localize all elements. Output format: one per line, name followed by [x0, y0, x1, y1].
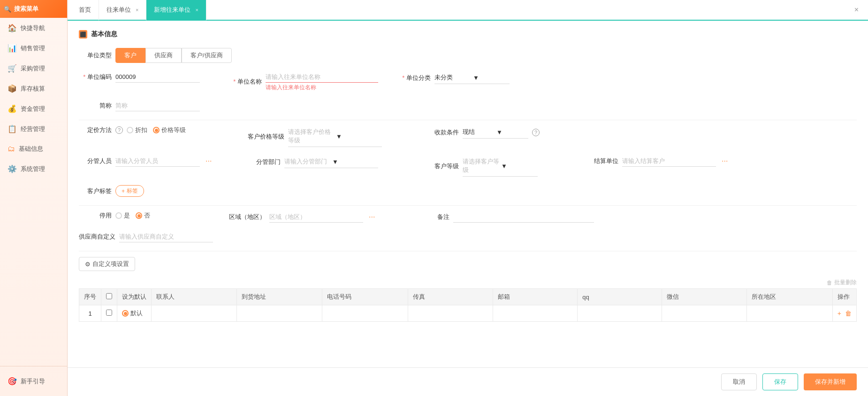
- cancel-button[interactable]: 取消: [721, 373, 757, 390]
- supplier-custom-label: 供应商自定义: [79, 233, 115, 241]
- customer-price-select[interactable]: 请选择客户价格等级 ▼: [288, 126, 382, 147]
- type-btn-supplier[interactable]: 供应商: [145, 48, 182, 63]
- remark-input[interactable]: [453, 211, 594, 223]
- system-icon: ⚙️: [8, 164, 17, 173]
- col-qq: qq: [578, 289, 662, 305]
- customer-price-group: 客户价格等级 请选择客户价格等级 ▼: [248, 126, 407, 147]
- row-fax-cell[interactable]: [408, 305, 493, 322]
- save-new-button[interactable]: 保存并新增: [804, 373, 857, 390]
- manager-input[interactable]: [115, 155, 200, 167]
- payment-terms-group: 收款条件 现结 ▼ ?: [426, 126, 567, 139]
- manager-more-icon[interactable]: ···: [204, 157, 213, 165]
- quick-nav-icon: 🏠: [8, 23, 17, 32]
- contact-input[interactable]: [156, 310, 232, 317]
- email-input[interactable]: [498, 310, 573, 317]
- settlement-more-icon[interactable]: ···: [720, 157, 730, 165]
- default-radio-circle: [122, 310, 129, 317]
- unit-name-label: 单位名称: [229, 78, 262, 86]
- tab-counterparty[interactable]: 往来单位 ×: [99, 0, 146, 20]
- add-row-icon[interactable]: +: [838, 310, 841, 317]
- close-all-tabs-icon[interactable]: ×: [849, 6, 864, 14]
- unit-name-input-group: 请输入往来单位名称: [266, 71, 378, 92]
- sidebar-item-system[interactable]: ⚙️ 系统管理: [0, 159, 67, 179]
- payment-terms-label: 收款条件: [426, 128, 459, 137]
- col-phone: 电话号码: [322, 289, 408, 305]
- unit-type-buttons: 客户 供应商 客户/供应商: [115, 48, 232, 63]
- phone-input[interactable]: [327, 310, 403, 317]
- pricing-help-icon[interactable]: ?: [115, 126, 123, 134]
- disable-no-radio[interactable]: 否: [136, 211, 150, 220]
- table-row: 1 默认: [79, 305, 857, 322]
- sales-icon: 📊: [8, 44, 17, 53]
- settlement-input[interactable]: [622, 155, 716, 167]
- pricing-radio-group: 折扣 价格等级: [127, 126, 186, 134]
- custom-settings-button[interactable]: ⚙ 自定义项设置: [79, 257, 135, 271]
- short-name-label: 简称: [79, 101, 112, 110]
- sidebar-item-finance[interactable]: 💰 资金管理: [0, 99, 67, 119]
- sidebar-item-purchase[interactable]: 🛒 采购管理: [0, 58, 67, 78]
- delete-row-icon[interactable]: 🗑: [845, 310, 852, 317]
- row-phone-cell[interactable]: [322, 305, 408, 322]
- address-input[interactable]: [242, 310, 318, 317]
- level-label: 价格等级: [161, 126, 186, 134]
- supplier-custom-input[interactable]: [119, 231, 213, 242]
- sidebar-item-label: 采购管理: [21, 64, 45, 73]
- disable-no-label: 否: [144, 211, 150, 220]
- manager-group: 分管人员 ···: [79, 155, 229, 167]
- short-name-input[interactable]: [115, 100, 200, 111]
- sidebar-item-guide[interactable]: 🎯 新手引导: [0, 371, 67, 391]
- sidebar-item-operations[interactable]: 📋 经营管理: [0, 119, 67, 139]
- section-title: 基本信息: [91, 30, 117, 39]
- select-all-checkbox[interactable]: [106, 293, 112, 299]
- row-wechat-cell[interactable]: [662, 305, 747, 322]
- sidebar-item-inventory[interactable]: 📦 库存核算: [0, 78, 67, 99]
- chevron-down-icon2: ▼: [336, 133, 382, 140]
- close-counterparty-icon[interactable]: ×: [136, 7, 138, 13]
- sidebar-item-label: 快捷导航: [21, 24, 45, 32]
- unit-category-select[interactable]: 未分类 ▼: [434, 71, 510, 84]
- row-email-cell[interactable]: [493, 305, 578, 322]
- unit-code-input[interactable]: [115, 71, 200, 83]
- pricing-discount-radio[interactable]: 折扣: [127, 126, 147, 134]
- payment-help-icon[interactable]: ?: [532, 129, 540, 136]
- base-info-icon: 🗂: [8, 145, 15, 153]
- row-region-cell[interactable]: [747, 305, 833, 322]
- area-input[interactable]: [269, 211, 363, 223]
- wechat-input[interactable]: [667, 310, 742, 317]
- chevron-down-icon4: ▼: [332, 158, 378, 165]
- type-btn-customer[interactable]: 客户: [115, 48, 145, 63]
- add-tag-button[interactable]: + 标签: [115, 185, 144, 197]
- region-input[interactable]: [752, 310, 828, 317]
- dept-select[interactable]: 请输入分管部门 ▼: [284, 155, 378, 168]
- tab-new-counterparty[interactable]: 新增往来单位 ×: [146, 0, 206, 20]
- tab-home[interactable]: 首页: [71, 0, 99, 20]
- area-more-icon[interactable]: ···: [367, 213, 377, 221]
- row-qq-cell[interactable]: [578, 305, 662, 322]
- close-new-counterparty-icon[interactable]: ×: [195, 7, 198, 13]
- row-checkbox[interactable]: [106, 310, 112, 316]
- unit-name-group: 单位名称 请输入往来单位名称: [229, 71, 379, 92]
- customer-price-placeholder: 请选择客户价格等级: [288, 128, 334, 145]
- qq-input[interactable]: [582, 310, 657, 317]
- disable-yes-circle: [115, 212, 122, 219]
- type-btn-both[interactable]: 客户/供应商: [182, 48, 232, 63]
- sidebar-item-base-info[interactable]: 🗂 基础信息: [0, 139, 67, 159]
- save-button[interactable]: 保存: [762, 373, 798, 390]
- pricing-level-radio[interactable]: 价格等级: [153, 126, 186, 134]
- search-menu[interactable]: 🔍 搜索菜单: [0, 0, 67, 18]
- disable-yes-radio[interactable]: 是: [115, 211, 130, 220]
- row-contact-cell[interactable]: [152, 305, 237, 322]
- payment-terms-select[interactable]: 现结 ▼: [463, 126, 528, 139]
- batch-delete-label[interactable]: 批量删除: [834, 279, 857, 287]
- col-contact: 联系人: [152, 289, 237, 305]
- row-address-cell[interactable]: [236, 305, 322, 322]
- guide-icon: 🎯: [8, 377, 17, 386]
- fax-input[interactable]: [413, 310, 488, 317]
- sidebar-item-quick-nav[interactable]: 🏠 快捷导航: [0, 18, 67, 38]
- row-default-radio[interactable]: 默认: [122, 309, 146, 318]
- sidebar-item-sales[interactable]: 📊 销售管理: [0, 38, 67, 58]
- unit-name-input[interactable]: [266, 71, 378, 83]
- customer-level-select[interactable]: 请选择客户等级 ▼: [463, 155, 538, 177]
- sidebar-item-label: 系统管理: [21, 165, 45, 173]
- short-name-group: 简称: [79, 100, 210, 111]
